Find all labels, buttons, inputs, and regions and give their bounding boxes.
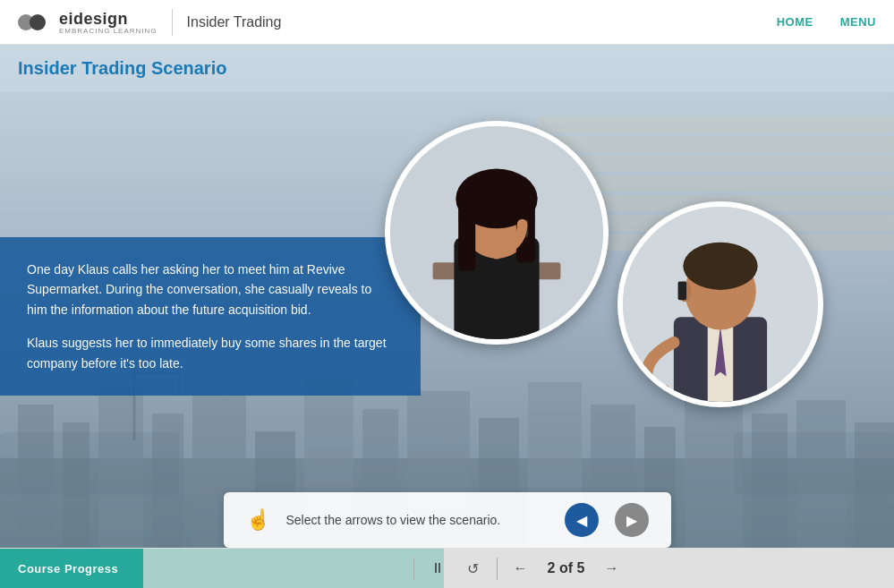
- character-male: [617, 201, 823, 407]
- progress-fill: [143, 549, 444, 588]
- logo-name: eidesign: [59, 10, 128, 28]
- header-title: Insider Trading: [187, 14, 282, 30]
- header: eidesign EMBRACING LEARNING Insider Trad…: [0, 0, 894, 45]
- progress-bar: Course Progress ⏸ ↺ ← 2 of 5 →: [0, 548, 894, 588]
- content-paragraph-2: Klaus suggests her to immediately buy so…: [27, 333, 394, 373]
- svg-point-1: [30, 14, 46, 30]
- logo-tagline: EMBRACING LEARNING: [59, 27, 158, 35]
- progress-track: ⏸ ↺ ← 2 of 5 →: [143, 549, 894, 588]
- page-title-bar: Insider Trading Scenario: [0, 45, 894, 92]
- next-arrow-button[interactable]: ▶: [615, 503, 649, 537]
- logo-area: eidesign EMBRACING LEARNING: [18, 10, 158, 35]
- svg-rect-23: [0, 432, 179, 495]
- replay-button[interactable]: ↺: [461, 556, 486, 581]
- header-divider: [172, 9, 173, 36]
- blind-strip: [536, 116, 894, 132]
- header-nav: HOME MENU: [777, 15, 876, 29]
- progress-count: 2 of 5: [544, 560, 589, 576]
- male-character-image: [623, 207, 818, 402]
- menu-link[interactable]: MENU: [840, 15, 876, 29]
- separator-2: [497, 558, 498, 580]
- page-title: Insider Trading Scenario: [18, 58, 876, 79]
- logo-text-block: eidesign EMBRACING LEARNING: [59, 10, 158, 35]
- prev-arrow-button[interactable]: ◀: [565, 503, 599, 537]
- female-character-image: [390, 126, 603, 339]
- svg-point-38: [683, 243, 757, 290]
- progress-label-text: Course Progress: [18, 562, 118, 575]
- nav-instruction-text: Select the arrows to view the scenario.: [286, 513, 549, 527]
- text-panel: One day Klaus calls her asking her to me…: [0, 237, 421, 396]
- separator-1: [413, 558, 414, 580]
- blind-strip: [536, 136, 894, 152]
- pause-button[interactable]: ⏸: [425, 556, 450, 581]
- logo-icon: [18, 13, 50, 32]
- content-paragraph-1: One day Klaus calls her asking her to me…: [27, 260, 394, 320]
- character-female: [385, 121, 609, 345]
- blind-strip: [536, 156, 894, 172]
- main-content: Insider Trading Scenario: [0, 45, 894, 588]
- next-page-button[interactable]: →: [600, 556, 625, 581]
- svg-rect-31: [458, 203, 475, 271]
- nav-instruction-bar: ☝ Select the arrows to view the scenario…: [224, 492, 671, 548]
- svg-rect-24: [734, 432, 894, 495]
- click-icon: ☝: [246, 508, 270, 532]
- prev-page-button[interactable]: ←: [508, 556, 533, 581]
- course-progress-label[interactable]: Course Progress: [0, 549, 143, 588]
- home-link[interactable]: HOME: [777, 15, 813, 29]
- svg-rect-40: [678, 281, 686, 300]
- progress-controls: ⏸ ↺ ← 2 of 5 →: [413, 556, 625, 581]
